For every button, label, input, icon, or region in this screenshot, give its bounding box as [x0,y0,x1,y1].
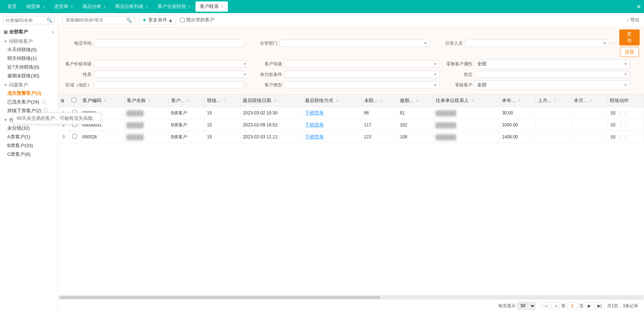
filter-select-manager[interactable]: ▼ [465,40,609,47]
tab-sales-order[interactable]: 销货单 × [22,1,49,12]
per-page-select[interactable]: 50 100 [517,302,536,310]
col-header-contact-person[interactable]: 往来单位联系人 ⇅ [434,94,500,107]
filter-input-phone[interactable] [94,39,245,47]
col-check-all[interactable] [69,94,80,107]
sidebar-item-ungrouped[interactable]: 未分组(32) [0,124,58,133]
table-header-row: ⚙ 客户编码 ⇅ 客户名称 ⇅ [58,94,644,107]
section-pending-contact[interactable]: ▼ 待联络客户 [0,37,58,45]
filter-select-status[interactable]: ▼ [475,71,630,78]
my-customers-checkbox-wrap[interactable]: 我分管的客户 [180,17,214,23]
scrollbar-thumb[interactable] [60,296,380,299]
col-header-contact[interactable]: 联络... ⇅ [205,94,241,107]
section-problem-customers[interactable]: ▼ 问题客户 [0,80,58,89]
tab-close-customer-contact[interactable]: × [221,4,223,9]
cell-last-month [536,131,572,143]
dots-icon-manager[interactable]: ··· [611,40,615,46]
sidebar-item-overdue-contact[interactable]: 逾期未联络(30) [0,72,58,80]
sidebar-search-wrap[interactable]: 🔍 [3,16,55,24]
query-button[interactable]: 查询 [619,29,640,45]
settings-button[interactable]: 设置 [620,47,639,57]
contact-method-link[interactable]: 下销货单 [305,134,324,139]
tab-product-analysis[interactable]: 商品分析 × [78,1,110,12]
sidebar-item-churn-warning[interactable]: 流失预警客户(3) [0,89,58,98]
grid-icon: ⊞ [4,29,8,35]
filter-icon: ▼ [142,17,147,23]
next-page-button[interactable]: ▶ [585,302,593,309]
filter-label-status: 状态 [443,72,472,78]
contact-action-icon[interactable]: ☎ [610,122,616,128]
tab-close-product-analysis[interactable]: × [104,4,106,9]
contact-action-icon[interactable]: ☎ [610,134,616,140]
contact-method-link[interactable]: 下销货单 [305,122,324,127]
tab-close-customer-tier[interactable]: × [188,4,190,9]
action-icons: ☎ ⋮⋮ [610,122,641,128]
tab-product-analysis-list[interactable]: 商品分析列表 × [111,1,152,12]
col-header-no-contact[interactable]: 未联... ⇅ [362,94,398,107]
filter-select-customer-tier[interactable]: ▼ [284,60,440,68]
filter-search-wrap[interactable]: 🔍 [63,16,135,24]
page-number-input[interactable] [567,302,578,309]
horizontal-scrollbar[interactable] [58,295,644,299]
prev-page-button[interactable]: ◀ [551,302,560,309]
cell-last-method[interactable]: 下销货单 [303,107,362,119]
cell-contact-person: ██████ [434,107,500,119]
filter-search-input[interactable] [66,17,125,23]
export-button[interactable]: ↑ 导出 [627,17,640,23]
sidebar-search-input[interactable] [5,18,47,23]
last-page-button[interactable]: ▶| [595,302,604,309]
col-header-last-date[interactable]: 最后联络日期 ⇅ [241,94,303,107]
col-header-this-year[interactable]: 本年... ⇅ [500,94,536,107]
window-close-button[interactable]: ✕ [636,3,641,10]
filter-select-nature[interactable]: ▼ [94,71,249,78]
filter-row-2: 客户价格等级 ▼ 客户等级 ▼ 零散客户属性 全部 [63,59,640,69]
sidebar-item-today-contact[interactable]: 今天待联络(0) [0,45,58,54]
tab-close-purchase[interactable]: × [71,4,73,9]
tab-close-product-list[interactable]: × [146,4,148,9]
more-action-icon[interactable]: ⋮⋮ [618,134,628,140]
cell-contact: 15 [205,131,241,143]
tab-customer-tier[interactable]: 客户分层经营 × [153,1,195,12]
sidebar-item-class-c[interactable]: C类客户(6) [0,150,58,159]
sidebar-item-7day-contact[interactable]: 近7天待联络(0) [0,63,58,72]
first-page-button[interactable]: |◀ [540,302,550,309]
filter-select-dept[interactable]: ▼ [279,40,430,47]
cell-last-month [536,119,572,131]
filter-select-retail-attr[interactable]: 全部 ▼ [475,59,630,69]
col-header-type[interactable]: 客户... ⇅ [169,94,205,107]
contact-action-icon[interactable]: ☎ [610,110,616,116]
sidebar-item-class-b[interactable]: B类客户(33) [0,141,58,150]
cell-last-method[interactable]: 下销货单 [303,131,362,143]
col-header-name[interactable]: 客户名称 ⇅ [124,94,169,107]
sidebar-item-tomorrow-contact[interactable]: 明天待联络(1) [0,54,58,63]
tab-home[interactable]: 首页 [3,1,21,12]
filter-select-customer-type[interactable]: ▼ [284,81,440,89]
tab-customer-contact[interactable]: 客户联系 × [196,1,228,12]
more-action-icon[interactable]: ⋮⋮ [618,110,628,116]
tab-purchase-order[interactable]: 进货单 × [50,1,77,12]
more-conditions-button[interactable]: ▼ 更多条件 ▲ [139,15,176,25]
more-action-icon[interactable]: ⋮⋮ [618,122,628,128]
col-header-this-month[interactable]: 本月... ⇅ [572,94,608,107]
sidebar-item-churned[interactable]: 已流失客户(24) ⓘ [0,98,58,106]
my-customers-checkbox[interactable] [180,18,185,23]
col-header-overdue[interactable]: 逾期... ⇅ [398,94,434,107]
sidebar-item-class-a[interactable]: A类客户(1) [0,133,58,141]
col-settings[interactable]: ⚙ [58,94,69,107]
page-label: 第 [561,303,565,309]
cell-last-method[interactable]: 下销货单 [303,119,362,131]
col-header-code[interactable]: 客户编码 ⇅ [80,94,124,107]
filter-select-price-tier[interactable]: ▼ [94,60,249,68]
filter-select-retail-customer[interactable]: 全部 ▼ [475,80,630,90]
dots-icon-region[interactable]: ··· [245,82,249,88]
col-header-last-month[interactable]: 上月... ⇅ [536,94,572,107]
row-checkbox[interactable] [72,134,77,139]
contact-method-link[interactable]: 下销货单 [305,110,324,116]
select-all-checkbox[interactable] [72,98,76,102]
tab-close-sales-order[interactable]: × [43,4,45,9]
filter-select-payment[interactable]: ▼ [284,71,440,78]
all-customers-header[interactable]: ⊞ 全部客户 « [0,27,58,37]
filter-select-region[interactable]: ▼ [94,81,243,89]
cell-check[interactable] [69,131,80,143]
filter-field-payment: 收付款条件 ▼ [253,71,443,78]
col-header-last-method[interactable]: 最后联络方式 ⇅ [303,94,362,107]
